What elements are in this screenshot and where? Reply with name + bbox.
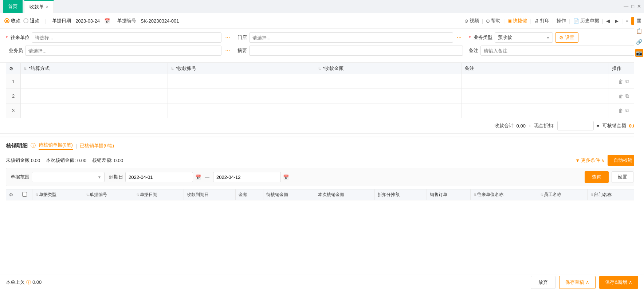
- sidebar-table-icon[interactable]: ▦: [635, 16, 643, 24]
- discard-btn[interactable]: 放弃: [531, 276, 555, 289]
- help-btn[interactable]: ⊙ 帮助: [484, 16, 503, 26]
- account-cell-1[interactable]: [168, 74, 315, 89]
- verify-info-icon[interactable]: ⓘ: [31, 142, 36, 149]
- account-input-3[interactable]: [168, 103, 315, 118]
- video-btn[interactable]: ⊙ 视频: [462, 16, 481, 26]
- settlement-cell-1[interactable]: [21, 74, 168, 89]
- history-btn[interactable]: 📄 历史单据: [571, 16, 601, 26]
- account-cell-2[interactable]: [168, 89, 315, 103]
- tab-current[interactable]: 收款单 ×: [24, 0, 54, 13]
- summary-label: 摘要: [237, 47, 247, 54]
- account-cell-3[interactable]: [168, 103, 315, 118]
- amount-cell-2[interactable]: [315, 89, 462, 103]
- date-to-calendar-icon[interactable]: 📅: [283, 175, 289, 180]
- account-input-2[interactable]: [168, 89, 315, 103]
- refund-label: 退款: [30, 17, 39, 24]
- date-from-calendar-icon[interactable]: 📅: [195, 175, 201, 180]
- tab-home[interactable]: 首页: [3, 0, 23, 13]
- calendar-icon[interactable]: 📅: [104, 18, 110, 24]
- operations-btn[interactable]: 操作: [554, 16, 568, 26]
- help-icon: ⊙: [486, 18, 490, 24]
- more-conditions-btn[interactable]: ▼ 更多条件 ∧: [575, 157, 605, 164]
- print-btn[interactable]: 🖨 打印: [532, 16, 552, 26]
- notes-cell-3[interactable]: [462, 103, 609, 118]
- notes-cell-2[interactable]: [462, 89, 609, 103]
- store-more-btn[interactable]: ···: [455, 34, 463, 41]
- summary-input[interactable]: [249, 46, 463, 56]
- amount-cell-3[interactable]: [315, 103, 462, 118]
- notes-cell-1[interactable]: [462, 74, 609, 89]
- account-input-1[interactable]: [168, 74, 315, 89]
- notes-input-2[interactable]: [462, 89, 609, 103]
- copy-row-icon-3[interactable]: ⧉: [625, 107, 629, 114]
- nav-next-btn[interactable]: ▶: [613, 17, 621, 25]
- range-select[interactable]: ▼: [32, 172, 105, 182]
- bottom-info-label: 本单上欠: [6, 279, 25, 286]
- sidebar-link-icon[interactable]: 🔗: [635, 38, 643, 46]
- vh-counterpart: ⇅往来单位名称: [470, 189, 537, 200]
- copy-row-icon-1[interactable]: ⧉: [625, 78, 629, 85]
- settlement-cell-3[interactable]: [21, 103, 168, 118]
- uncancelled-stat: 未核销金额 0.00: [6, 157, 40, 164]
- tab-close-icon[interactable]: ×: [46, 4, 48, 9]
- done-tab[interactable]: 已核销单据(0笔): [80, 142, 114, 149]
- chevron-down-icon: ▼: [546, 36, 550, 40]
- total-row: 收款合计 0.00 + 现金折扣: = 可核销金额 0.00: [0, 118, 644, 134]
- notes-input-1[interactable]: [462, 74, 609, 89]
- date-from-input[interactable]: [125, 172, 193, 182]
- verify-table-gear-th[interactable]: ⚙: [6, 189, 19, 200]
- verify-title-text: 核销明细: [6, 142, 28, 149]
- form-settings-btn[interactable]: ⚙ 设置: [555, 32, 578, 43]
- table-section: ⚙ ⇅ *结算方式 ⇅ *收款账号 ⇅ *收款金额 备注 操作: [0, 63, 644, 118]
- discount-input[interactable]: [557, 121, 594, 130]
- refund-radio[interactable]: 退款: [23, 17, 39, 24]
- staff-more-btn[interactable]: ···: [224, 47, 231, 54]
- amount-input-1[interactable]: [315, 74, 462, 89]
- save-new-btn[interactable]: 保存&新增 ∧: [599, 276, 638, 289]
- amount-cell-1[interactable]: [315, 74, 462, 89]
- maximize-icon[interactable]: □: [631, 4, 634, 9]
- delete-row-icon-3[interactable]: 🗑: [618, 108, 623, 114]
- row-num-1: 1: [6, 74, 21, 89]
- date-to-input[interactable]: [213, 172, 281, 182]
- due-date-label: 到期日: [109, 174, 123, 180]
- verification-table: ⚙ ⇅单据类型 ⇅单据编号 ⇅单据日期 收款到期日 金额 待核销金额 本次核销金…: [6, 189, 638, 200]
- delete-row-icon-1[interactable]: 🗑: [618, 79, 623, 85]
- close-icon[interactable]: ✕: [637, 4, 641, 9]
- notes-input-3[interactable]: [462, 103, 609, 118]
- counterpart-input[interactable]: [32, 32, 221, 43]
- settlement-input-1[interactable]: [21, 74, 168, 89]
- delete-row-icon-2[interactable]: 🗑: [618, 93, 623, 99]
- verify-table-check-th[interactable]: [19, 189, 32, 200]
- notes-input[interactable]: [480, 46, 638, 56]
- settlement-input-2[interactable]: [21, 89, 168, 103]
- form-section: * 往来单位 ··· 门店 ··· * 业务类型 预收款 ▼ ⚙: [0, 29, 644, 63]
- copy-row-icon-2[interactable]: ⧉: [625, 93, 629, 99]
- menu-btn[interactable]: ≡: [623, 17, 631, 25]
- settlement-input-3[interactable]: [21, 103, 168, 118]
- counterpart-more-btn[interactable]: ···: [224, 34, 231, 41]
- amount-input-3[interactable]: [315, 103, 462, 118]
- range-label: 单据范围: [11, 174, 30, 180]
- amount-input-2[interactable]: [315, 89, 462, 103]
- bottom-info-icon[interactable]: ⓘ: [26, 279, 31, 286]
- save-draft-btn[interactable]: 保存草稿 ∧: [559, 276, 596, 289]
- sidebar-clipboard-icon[interactable]: 📋: [635, 27, 643, 35]
- settlement-cell-2[interactable]: [21, 89, 168, 103]
- receipt-radio[interactable]: 收款: [4, 17, 20, 24]
- business-type-select[interactable]: 预收款 ▼: [495, 32, 553, 43]
- sidebar-camera-icon[interactable]: 📷: [635, 49, 643, 57]
- pending-tab[interactable]: 待核销单据(0笔): [39, 142, 73, 150]
- minimize-icon[interactable]: —: [624, 4, 628, 9]
- staff-input[interactable]: [25, 46, 221, 56]
- select-all-checkbox[interactable]: [22, 192, 27, 197]
- query-btn[interactable]: 查询: [585, 171, 609, 183]
- bottom-info: 本单上欠 ⓘ 0.00: [6, 279, 42, 286]
- vh-dept: ⇅部门名称: [588, 189, 638, 200]
- total-value: 0.00: [517, 123, 526, 129]
- shortcut-btn[interactable]: ▣ 快捷键: [505, 16, 529, 26]
- filter-settings-btn[interactable]: 设置: [612, 171, 633, 183]
- nav-prev-btn[interactable]: ◀: [604, 17, 612, 25]
- store-input[interactable]: [249, 32, 453, 43]
- table-gear-th[interactable]: ⚙: [6, 63, 21, 74]
